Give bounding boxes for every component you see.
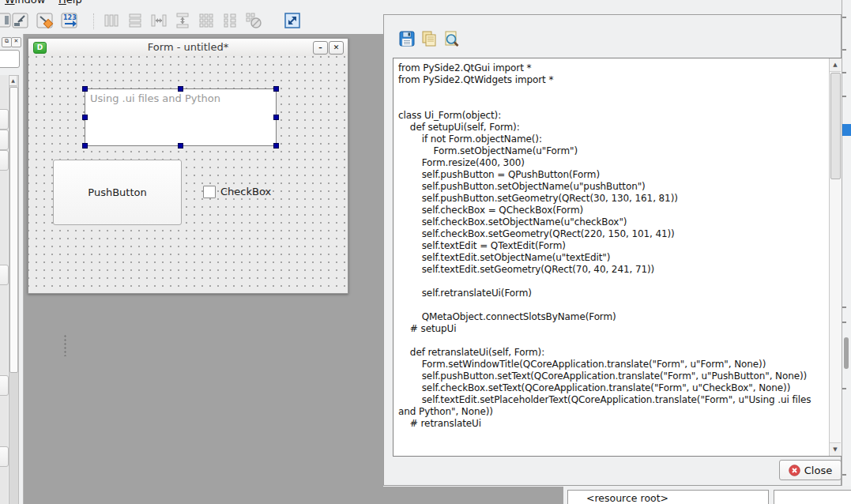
textedit-widget[interactable]: Using .ui files and Python — [85, 88, 277, 146]
save-icon[interactable] — [398, 30, 416, 47]
form-titlebar[interactable]: D Form - untitled* – ✕ — [28, 39, 348, 57]
selection-handle[interactable] — [273, 143, 279, 149]
layout-horizontal-splitter-icon[interactable] — [149, 11, 168, 30]
selection-handle[interactable] — [178, 143, 183, 149]
toolbar-separator — [93, 13, 95, 29]
property-row — [842, 96, 846, 97]
code-line: QMetaObject.connectSlotsByName(Form) — [398, 311, 827, 323]
code-line: def retranslateUi(self, Form): — [398, 347, 827, 359]
code-line: Form.resize(400, 300) — [398, 157, 827, 169]
code-line: self.textEdit = QTextEdit(Form) — [398, 240, 827, 252]
property-row — [842, 388, 846, 389]
selection-handle[interactable] — [82, 143, 88, 149]
close-x-icon — [789, 465, 800, 476]
copy-icon[interactable] — [420, 30, 438, 47]
widget-box-item[interactable] — [0, 130, 9, 150]
selection-handle[interactable] — [178, 86, 183, 92]
selection-handle[interactable] — [82, 86, 88, 92]
code-view[interactable]: from PySide2.QtGui import *from PySide2.… — [393, 58, 842, 457]
widget-box-scrollbar[interactable]: ▲ — [9, 75, 19, 504]
code-line: and Python", None)) — [398, 406, 827, 418]
dock-close-icon[interactable]: ✕ — [11, 37, 21, 47]
code-line: if not Form.objectName(): — [398, 134, 827, 145]
minimize-button[interactable]: – — [313, 41, 328, 55]
form-canvas[interactable]: Using .ui files and Python PushButton Ch… — [28, 56, 348, 293]
splitter-handle[interactable] — [64, 334, 66, 356]
code-line: def setupUi(self, Form): — [398, 122, 827, 134]
qt-designer-window: Window Help 123 — [0, 0, 851, 504]
property-row — [842, 474, 846, 476]
checkbox-widget[interactable]: CheckBox — [203, 175, 283, 208]
code-line: self.checkBox.setGeometry(QRect(220, 150… — [398, 228, 827, 240]
property-row — [842, 322, 846, 323]
code-line: self.textEdit.setObjectName(u"textEdit") — [398, 252, 827, 264]
code-line: Form.setObjectName(u"Form") — [398, 145, 827, 157]
scroll-up-icon[interactable]: ▲ — [830, 58, 841, 72]
resource-preview-pane[interactable] — [774, 490, 851, 504]
code-viewer-dialog: from PySide2.QtGui import *from PySide2.… — [383, 14, 842, 486]
checkbox-label: CheckBox — [220, 186, 271, 197]
textedit-placeholder: Using .ui files and Python — [90, 92, 220, 104]
code-line — [398, 86, 827, 98]
layout-horizontally-icon[interactable] — [102, 11, 121, 30]
code-line: self.checkBox = QCheckBox(Form) — [398, 205, 827, 216]
code-line: self.pushButton.setGeometry(QRect(30, 13… — [398, 193, 827, 205]
property-row — [842, 17, 846, 18]
code-scrollbar[interactable]: ▲ ▼ — [829, 58, 842, 456]
widget-box-item[interactable] — [0, 375, 9, 396]
scrollbar-thumb[interactable] — [9, 87, 18, 373]
resource-browser-panel: <resource root> — [563, 486, 851, 504]
widget-filter-input[interactable] — [0, 50, 20, 68]
code-line: from PySide2.QtWidgets import * — [398, 74, 827, 86]
layout-vertical-splitter-icon[interactable] — [173, 11, 192, 30]
code-line: from PySide2.QtGui import * — [398, 62, 827, 74]
code-line: # retranslateUi — [398, 418, 827, 430]
close-button[interactable]: ✕ — [329, 41, 344, 55]
code-line — [398, 299, 827, 311]
scroll-down-icon[interactable]: ▼ — [830, 442, 841, 456]
break-layout-icon[interactable] — [244, 11, 263, 30]
menu-help[interactable]: Help — [58, 0, 82, 6]
selection-handle[interactable] — [273, 86, 279, 92]
layout-grid-icon[interactable] — [197, 11, 216, 30]
edit-signals-slots-icon[interactable] — [11, 11, 30, 30]
form-window-title: Form - untitled* — [28, 41, 348, 53]
form-editor-window: D Form - untitled* – ✕ Using .ui files a… — [28, 38, 348, 294]
find-icon[interactable] — [442, 30, 460, 47]
layout-vertically-icon[interactable] — [126, 11, 145, 30]
code-line: self.pushButton.setObjectName(u"pushButt… — [398, 181, 827, 193]
code-text: from PySide2.QtGui import *from PySide2.… — [398, 62, 827, 430]
code-line: self.pushButton.setText(QCoreApplication… — [398, 370, 827, 382]
resource-tree[interactable]: <resource root> — [567, 490, 769, 504]
code-line: self.retranslateUi(Form) — [398, 288, 827, 299]
adjust-size-icon[interactable] — [283, 11, 302, 30]
scrollbar-thumb[interactable] — [830, 73, 841, 179]
code-line: self.textEdit.setGeometry(QRect(70, 40, … — [398, 264, 827, 276]
property-row — [842, 72, 846, 73]
selected-property-row[interactable] — [842, 124, 851, 136]
selection-handle[interactable] — [273, 115, 279, 120]
scroll-up-icon[interactable]: ▲ — [9, 76, 17, 86]
property-row — [842, 49, 846, 51]
widget-box-item[interactable] — [0, 150, 9, 171]
widget-box-item[interactable] — [0, 265, 9, 285]
close-button-label: Close — [804, 465, 832, 476]
scrollbar-thumb[interactable] — [844, 337, 849, 369]
pushbutton-widget[interactable]: PushButton — [53, 160, 182, 225]
edit-buddies-icon[interactable] — [36, 11, 55, 30]
code-line — [398, 98, 827, 110]
close-dialog-button[interactable]: Close — [779, 460, 842, 480]
checkbox-indicator[interactable] — [203, 186, 216, 198]
layout-form-icon[interactable] — [220, 11, 239, 30]
code-line: Form.setWindowTitle(QCoreApplication.tra… — [398, 359, 827, 370]
code-line: self.textEdit.setPlaceholderText(QCoreAp… — [398, 394, 827, 406]
edit-tab-order-icon[interactable]: 123 — [60, 11, 79, 30]
widget-box-item[interactable] — [0, 446, 9, 467]
widget-box-dock: ⧉ ✕ ▲ — [0, 34, 24, 504]
widget-box-item[interactable] — [0, 109, 9, 130]
menu-window[interactable]: Window — [5, 0, 45, 6]
code-line — [398, 335, 827, 347]
mdi-area — [383, 487, 563, 504]
selection-handle[interactable] — [82, 115, 88, 120]
resource-root-item[interactable]: <resource root> — [586, 492, 668, 504]
